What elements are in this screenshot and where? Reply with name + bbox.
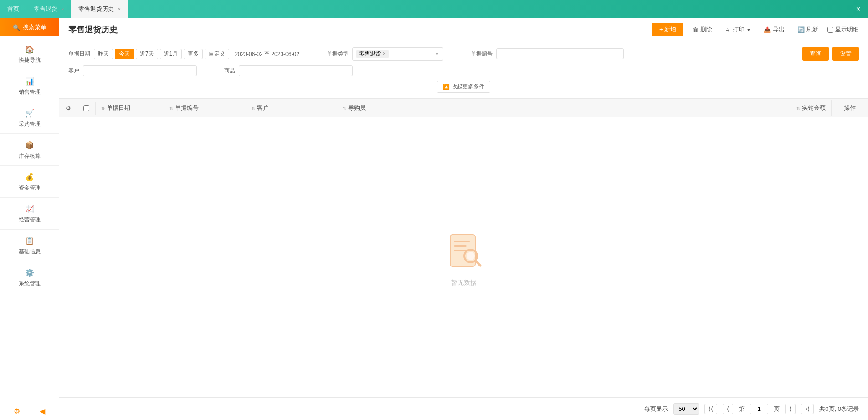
- svg-line-5: [476, 261, 480, 266]
- tab-home[interactable]: 首页: [0, 0, 26, 18]
- th-settings[interactable]: ⚙: [59, 101, 77, 115]
- sidebar-item-finance[interactable]: 💰 资金管理: [0, 166, 59, 198]
- th-no[interactable]: ⇅ 单据编号: [164, 100, 246, 116]
- type-tag: 零售退货 ×: [356, 50, 389, 58]
- goods-label: 商品: [224, 67, 235, 75]
- date-filter: 单据日期 昨天 今天 近7天 近1月 更多 自定义 2023-06-02 至 2…: [68, 49, 299, 59]
- header-actions: + 新增 🗑 删除 🖨 打印 ▼ 📤 导出 🔄 刷新: [652, 23, 859, 36]
- settings-button[interactable]: 设置: [832, 47, 859, 61]
- sidebar-item-system[interactable]: ⚙️ 系统管理: [0, 261, 59, 293]
- sidebar-item-sales[interactable]: 📊 销售管理: [0, 70, 59, 102]
- pagination: 每页显示 10 20 50 100 ⟨⟨ ⟨ 第 页 ⟩ ⟩⟩ 共0页, 0条记…: [59, 397, 868, 420]
- th-date-label: 单据日期: [107, 104, 130, 112]
- sidebar-settings-btn[interactable]: ⚙: [14, 407, 20, 415]
- sidebar-item-quick-nav-label: 快捷导航: [19, 56, 41, 64]
- page-title: 零售退货历史: [68, 24, 118, 35]
- tab-retail-return-history-label: 零售退货历史: [78, 5, 114, 13]
- tab-bar: 首页 零售退货 × 零售退货历史 ×: [0, 0, 848, 18]
- export-button[interactable]: 📤 导出: [760, 24, 788, 36]
- sidebar-item-basic-info[interactable]: 📋 基础信息: [0, 230, 59, 261]
- select-all-checkbox[interactable]: [83, 105, 89, 111]
- first-page-button[interactable]: ⟨⟨: [704, 404, 717, 414]
- customer-input[interactable]: ...: [83, 65, 197, 76]
- tab-retail-return-history[interactable]: 零售退货历史 ×: [71, 0, 128, 18]
- tab-retail-return[interactable]: 零售退货 ×: [26, 0, 71, 18]
- sidebar-item-purchase-label: 采购管理: [19, 120, 41, 128]
- number-input[interactable]: [496, 48, 624, 59]
- sidebar-item-operations[interactable]: 📈 经营管理: [0, 198, 59, 230]
- th-date[interactable]: ⇅ 单据日期: [96, 100, 164, 116]
- purchase-icon: 🛒: [24, 108, 35, 118]
- page-size-label: 每页显示: [644, 405, 668, 413]
- search-icon: 🔍: [13, 24, 20, 31]
- prev-page-button[interactable]: ⟨: [723, 404, 733, 414]
- svg-rect-2: [454, 245, 467, 247]
- th-customer[interactable]: ⇅ 客户: [246, 100, 337, 116]
- th-guide-sort-icon: ⇅: [343, 106, 346, 111]
- sidebar-item-quick-nav[interactable]: 🏠 快捷导航: [0, 38, 59, 70]
- th-customer-sort-icon: ⇅: [252, 106, 255, 111]
- type-label: 单据类型: [327, 50, 349, 58]
- th-date-sort-icon: ⇅: [101, 106, 105, 111]
- filter-row-2: 客户 ... 商品 ...: [68, 65, 859, 76]
- print-icon: 🖨: [725, 26, 731, 33]
- goods-input[interactable]: ...: [239, 65, 353, 76]
- tab-retail-return-history-close[interactable]: ×: [118, 6, 120, 12]
- date-btn-today[interactable]: 今天: [115, 49, 134, 59]
- date-btn-yesterday[interactable]: 昨天: [94, 49, 113, 59]
- last-page-button[interactable]: ⟩⟩: [801, 404, 814, 414]
- print-button[interactable]: 🖨 打印 ▼: [721, 24, 755, 36]
- delete-button[interactable]: 🗑 删除: [689, 24, 716, 36]
- sidebar-menu: 🏠 快捷导航 📊 销售管理 🛒 采购管理 📦 库存核算 💰 资金管理 📈: [0, 36, 59, 402]
- collapse-button[interactable]: 🔼 收起更多条件: [437, 81, 490, 93]
- top-bar: 首页 零售退货 × 零售退货历史 × ×: [0, 0, 868, 18]
- sidebar-search[interactable]: 🔍 搜索菜单: [0, 18, 59, 36]
- type-select-dropdown-icon: ▼: [435, 51, 439, 56]
- delete-icon: 🗑: [693, 26, 699, 33]
- sidebar-item-inventory[interactable]: 📦 库存核算: [0, 134, 59, 166]
- total-records: 共0页, 0条记录: [819, 405, 859, 413]
- empty-text: 暂无数据: [451, 279, 477, 287]
- date-label: 单据日期: [68, 50, 90, 58]
- th-no-sort-icon: ⇅: [169, 106, 173, 111]
- add-button[interactable]: + 新增: [652, 23, 683, 36]
- sidebar: 🔍 搜索菜单 🏠 快捷导航 📊 销售管理 🛒 采购管理 📦 库存核算 💰: [0, 18, 59, 420]
- query-button[interactable]: 查询: [802, 47, 829, 61]
- th-check[interactable]: [77, 102, 96, 115]
- display-detail-input[interactable]: [827, 27, 833, 33]
- window-close-button[interactable]: ×: [848, 5, 868, 14]
- date-btn-1month[interactable]: 近1月: [160, 49, 182, 59]
- empty-state-icon: [441, 228, 487, 273]
- th-no-label: 单据编号: [175, 104, 199, 112]
- sidebar-item-system-label: 系统管理: [19, 280, 41, 287]
- date-btn-7days[interactable]: 近7天: [136, 49, 158, 59]
- page-size-select[interactable]: 10 20 50 100: [673, 403, 699, 415]
- date-btn-custom[interactable]: 自定义: [205, 49, 229, 59]
- basic-info-icon: 📋: [24, 235, 35, 246]
- type-tag-value: 零售退货: [359, 50, 381, 58]
- finance-icon: 💰: [24, 171, 35, 182]
- refresh-button[interactable]: 🔄 刷新: [794, 24, 822, 36]
- th-action: 操作: [832, 100, 868, 116]
- content-area: 零售退货历史 + 新增 🗑 删除 🖨 打印 ▼ 📤 导出 🔄: [59, 18, 868, 420]
- sidebar-item-basic-info-label: 基础信息: [19, 248, 41, 256]
- th-amount[interactable]: ⇅ 实销金额: [419, 100, 832, 116]
- refresh-icon: 🔄: [797, 26, 805, 33]
- date-btn-more[interactable]: 更多: [184, 49, 203, 59]
- sidebar-item-purchase[interactable]: 🛒 采购管理: [0, 102, 59, 134]
- tab-retail-return-close[interactable]: ×: [61, 6, 64, 12]
- type-select[interactable]: 零售退货 × ▼: [352, 47, 443, 61]
- sidebar-toggle-btn[interactable]: ◀: [40, 407, 45, 415]
- display-detail-checkbox[interactable]: 显示明细: [827, 26, 859, 34]
- goods-placeholder: ...: [243, 67, 247, 74]
- main-layout: 🔍 搜索菜单 🏠 快捷导航 📊 销售管理 🛒 采购管理 📦 库存核算 💰: [0, 18, 868, 420]
- th-guide[interactable]: ⇅ 导购员: [337, 100, 419, 116]
- page-number-input[interactable]: [750, 404, 768, 414]
- settings-gear-icon: ⚙: [66, 105, 71, 112]
- svg-rect-1: [454, 241, 470, 242]
- customer-filter: 客户 ...: [68, 65, 197, 76]
- sidebar-item-operations-label: 经营管理: [19, 216, 41, 224]
- next-page-button[interactable]: ⟩: [785, 404, 796, 414]
- export-label: 导出: [773, 26, 785, 34]
- type-tag-remove[interactable]: ×: [383, 51, 386, 57]
